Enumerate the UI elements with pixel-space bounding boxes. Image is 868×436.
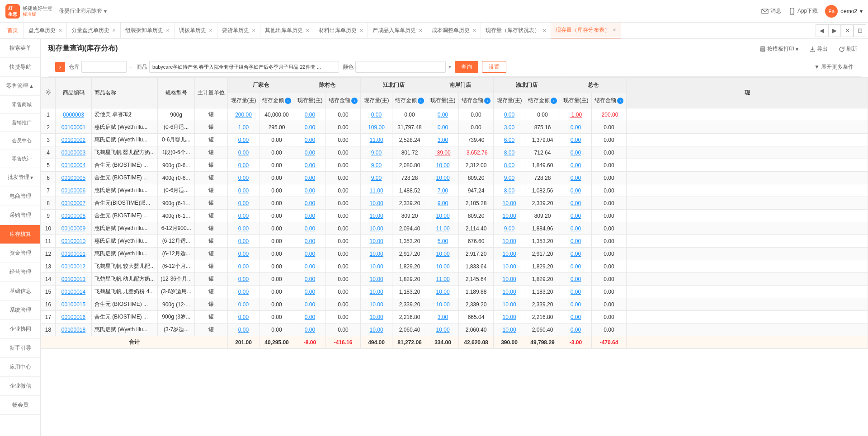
sidebar-item-retail-mgmt[interactable]: 零售管理 ▲ [0,77,40,96]
tab-home[interactable]: 首页 [2,23,24,39]
sidebar-item-nav[interactable]: 快捷导航 [0,58,40,77]
search-btn[interactable]: 查询 [455,61,478,73]
th-village-wh: 陈村仓 [294,78,361,93]
nav-tabs-bar: 首页 盘点单历史 ✕ 分量盘点单历史 ✕ 组装拆卸单历史 ✕ 调拨单历史 ✕ 要… [0,23,868,39]
color-input[interactable] [355,61,446,73]
user-area[interactable]: Ea demo2 ▾ [825,5,863,18]
table-row: 9 00100008 合生元 (BIOSTIME) ... 400g (6-1.… [41,210,868,222]
tab-xiancunliang-status[interactable]: 现存量（库存状况表） ✕ [481,23,551,39]
sidebar-item-system[interactable]: 系统管理 [0,301,40,320]
page-actions: 按模板打印 ▾ 导出 刷新 [756,43,861,55]
org-selector[interactable]: 母婴行业演示陈套 ▾ [59,7,107,15]
th-yb-qty: 现存量(主) [494,93,525,108]
export-btn[interactable]: 导出 [806,43,831,55]
print-btn[interactable]: 按模板打印 ▾ [756,43,802,55]
table-area: 商品编码 商品名称 规格型号 主计量单位 厂家仓 陈村仓 江北门店 南岸门店 渝… [41,77,868,436]
tab-fenpandian[interactable]: 分量盘点单历史 ✕ [67,23,121,39]
top-right: 消息 App下载 Ea demo2 ▾ [761,5,863,18]
sidebar-item-collab[interactable]: 企业协同 [0,320,40,339]
th-fac-qty: 现存量(主) [228,93,259,108]
yb-info-icon[interactable]: i [551,98,557,104]
sidebar-item-member2[interactable]: 畅会员 [0,396,40,415]
nav-expand-btn[interactable]: ⊡ [854,24,866,37]
message-icon [761,8,769,15]
logo-text: 畅捷通好生意 标准版 [23,5,52,17]
sidebar-item-guide[interactable]: 新手引导 [0,339,40,358]
table-row: 7 00100006 惠氏启赋 (Wyeth illu... (0-6月适...… [41,184,868,197]
export-icon [809,46,816,52]
sidebar-item-wholesale[interactable]: 批发管理 ▾ [0,168,40,187]
th-tot-qty: 现存量(主) [560,93,592,108]
logo-area: 好生意 畅捷通好生意 标准版 母婴行业演示陈套 ▾ [5,4,107,19]
tab-diaobo[interactable]: 调拨单历史 ✕ [175,23,217,39]
sidebar-item-retail-stats[interactable]: 零售统计 [0,150,40,168]
th-jiangbei-store: 江北门店 [361,78,427,93]
color-label: 颜色 [343,63,354,71]
tab-qitachuku[interactable]: 其他出库单历史 ✕ [260,23,314,39]
tab-xiancunliang-dist[interactable]: 现存量（库存分布表） ✕ [551,23,621,39]
tab-chenben[interactable]: 成本调整单历史 ✕ [427,23,481,39]
nav-right-btn[interactable]: ▶ [828,24,841,37]
table-row: 16 00100015 合生元 (BIOSTIME) ... 900g (12-… [41,298,868,311]
th-yb-amt: 结存金额i [525,93,560,108]
page-title: 现存量查询(库存分布) [48,44,118,53]
th-jb-amt: 结存金额i [392,93,427,108]
warehouse-input[interactable] [81,61,127,73]
tab-pandian[interactable]: 盘点单历史 ✕ [24,23,67,39]
filter-expand-btn[interactable]: › [55,62,65,72]
table-row: 10 00100009 惠氏启赋 (Wyeth illu... 6-12月900… [41,222,868,235]
table-settings-btn[interactable]: 设置 [482,61,506,73]
main-layout: 搜索英单 快捷导航 零售管理 ▲ 零售商城 营销推广 会员中心 零售统计 批发管… [0,39,868,436]
warehouse-filter-group: 仓库 ··· [69,61,133,73]
avatar: Ea [825,5,838,18]
product-label: 商品 [137,63,147,71]
app-download-btn[interactable]: App下载 [788,7,818,15]
sidebar-item-member[interactable]: 会员中心 [0,132,40,150]
tab-liaochuku[interactable]: 材料出库单历史 ✕ [314,23,368,39]
sidebar-item-ecommerce[interactable]: 电商管理 [0,187,40,206]
sidebar: 搜索英单 快捷导航 零售管理 ▲ 零售商城 营销推广 会员中心 零售统计 批发管… [0,39,41,436]
table-row: 6 00100005 合生元 (BIOSTIME) ... 400g (0-6.… [41,172,868,184]
table-row: 1 0000003 爱他美 卓睿3段 900g 罐 200.00 40,000.… [41,108,868,121]
sidebar-item-marketing[interactable]: 营销推广 [0,114,40,132]
nan-info-icon[interactable]: i [484,98,491,104]
content-area: 现存量查询(库存分布) 按模板打印 ▾ 导出 刷新 [41,39,868,436]
sidebar-item-wechat[interactable]: 企业微信 [0,377,40,396]
fac-info-icon[interactable]: i [285,98,291,104]
nav-close-btn[interactable]: ✕ [841,24,854,37]
sidebar-item-search[interactable]: 搜索英单 [0,39,40,58]
table-row: 14 00100013 飞鹤星飞帆 幼儿配方奶... (12-36个月... 罐… [41,273,868,286]
th-tot-amt: 结存金额i [592,93,627,108]
expand-more-btn[interactable]: ▼ 展开更多条件 [814,63,854,71]
sidebar-item-retail-mall[interactable]: 零售商城 [0,96,40,114]
sidebar-item-inventory[interactable]: 库存核算 [0,225,40,244]
page-header: 现存量查询(库存分布) 按模板打印 ▾ 导出 刷新 [41,39,868,77]
sidebar-item-purchase[interactable]: 采购管理 [0,206,40,225]
th-unit: 主计量单位 [195,78,228,108]
nav-left-btn[interactable]: ◀ [816,24,828,37]
th-nan-qty: 现存量(主) [427,93,459,108]
tab-chanchengpin[interactable]: 产成品入库单历史 ✕ [368,23,427,39]
th-jb-qty: 现存量(主) [361,93,392,108]
jb-info-icon[interactable]: i [418,98,424,104]
th-vil-qty: 现存量(主) [294,93,326,108]
tab-yaohuo[interactable]: 要货单历史 ✕ [217,23,260,39]
th-code: 商品编码 [56,78,92,108]
th-yuebei-store: 渝北门店 [494,78,560,93]
tab-zuzhuang[interactable]: 组装拆卸单历史 ✕ [121,23,175,39]
filter-bar: › 仓库 ··· 商品 颜色 ▾ 查询 设置 ▼ [48,57,861,77]
sidebar-item-apps[interactable]: 应用中心 [0,358,40,377]
vil-info-icon[interactable]: i [351,98,358,104]
product-input[interactable] [149,61,339,73]
table-row: 5 00100004 合生元 (BIOSTIME) ... 900g (0-6.… [41,159,868,172]
message-btn[interactable]: 消息 [761,7,781,15]
top-bar: 好生意 畅捷通好生意 标准版 母婴行业演示陈套 ▾ 消息 App下载 Ea de… [0,0,868,23]
logo-icon: 好生意 [5,4,20,19]
th-factory-wh: 厂家仓 [228,78,294,93]
sidebar-item-operations[interactable]: 经营管理 [0,263,40,282]
tot-info-icon[interactable]: i [617,98,623,104]
sidebar-item-basic-info[interactable]: 基础信息 [0,282,40,301]
refresh-btn[interactable]: 刷新 [835,43,861,55]
sidebar-item-finance[interactable]: 资金管理 [0,244,40,263]
table-row: 2 00100001 惠氏启赋 (Wyeth illu... (0-6月适...… [41,121,868,134]
